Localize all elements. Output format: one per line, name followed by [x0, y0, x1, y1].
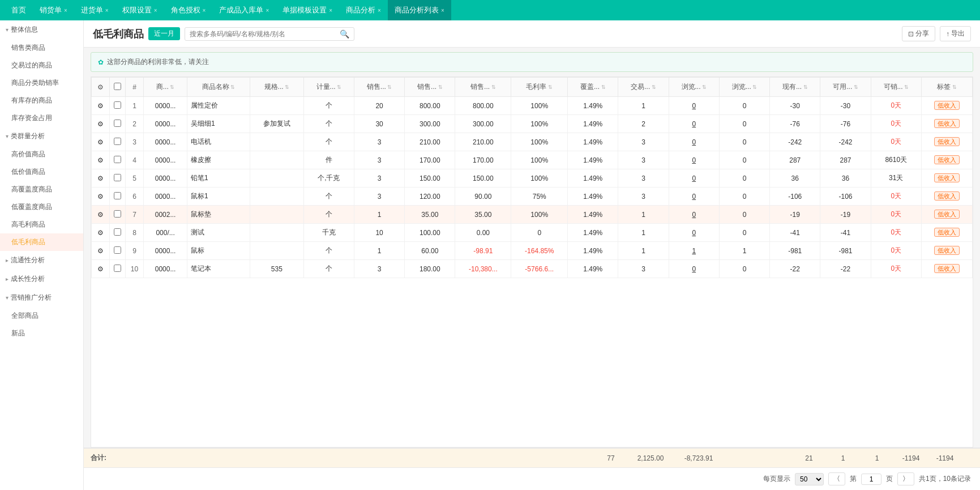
row-checkbox[interactable]	[114, 120, 121, 127]
sidebar-item-high-margin[interactable]: 高毛利商品	[0, 216, 83, 233]
time-filter-button[interactable]: 近一月	[148, 27, 180, 40]
share-button[interactable]: ⊡ 分享	[902, 26, 935, 41]
row-checkbox[interactable]	[114, 174, 121, 181]
nav-template-settings[interactable]: 单据模板设置 ×	[276, 0, 339, 20]
col-trade-count[interactable]: 交易...	[618, 78, 669, 97]
nav-close-icon[interactable]: ×	[378, 7, 381, 14]
col-unit[interactable]: 计量...	[303, 78, 354, 97]
sidebar-group-overall[interactable]: ▾ 整体信息	[0, 20, 83, 39]
sidebar-item-all-products[interactable]: 全部商品	[0, 307, 83, 325]
browse-count1-cell[interactable]: 0	[669, 224, 719, 242]
sidebar-item-stock-products[interactable]: 有库存的商品	[0, 92, 83, 109]
row-checkbox[interactable]	[114, 265, 121, 272]
settings-cell[interactable]: ⚙	[92, 133, 110, 151]
prev-page-button[interactable]: 〈	[828, 472, 845, 485]
sidebar-item-low-margin[interactable]: 低毛利商品	[0, 233, 83, 251]
nav-home[interactable]: 首页	[5, 0, 33, 20]
browse-count1-cell[interactable]: 0	[669, 206, 719, 224]
col-salable[interactable]: 可销...	[871, 78, 921, 97]
search-icon[interactable]: 🔍	[340, 29, 349, 39]
checkbox-cell[interactable]	[110, 188, 126, 206]
checkbox-cell[interactable]	[110, 242, 126, 260]
sidebar-item-stock-capital[interactable]: 库存资金占用	[0, 109, 83, 127]
checkbox-cell[interactable]	[110, 151, 126, 169]
sidebar-item-traded-products[interactable]: 交易过的商品	[0, 57, 83, 74]
browse-count1-cell[interactable]: 1	[669, 242, 719, 260]
sidebar-item-high-coverage[interactable]: 高覆盖度商品	[0, 181, 83, 198]
sidebar-item-high-value[interactable]: 高价值商品	[0, 146, 83, 163]
sidebar-item-category-rate[interactable]: 商品分类助销率	[0, 74, 83, 92]
col-sale-amount[interactable]: 销售...	[405, 78, 455, 97]
nav-close-icon[interactable]: ×	[154, 7, 157, 14]
browse-count1-cell[interactable]: 0	[669, 133, 719, 151]
nav-product-warehouse[interactable]: 产成品入库单 ×	[212, 0, 276, 20]
settings-cell[interactable]: ⚙	[92, 206, 110, 224]
row-checkbox[interactable]	[114, 246, 121, 254]
col-spec[interactable]: 规格...	[250, 78, 304, 97]
settings-cell[interactable]: ⚙	[92, 224, 110, 242]
nav-close-icon[interactable]: ×	[64, 7, 67, 14]
col-browse-count2[interactable]: 浏览...	[719, 78, 769, 97]
browse-count1-cell[interactable]: 0	[669, 151, 719, 169]
nav-product-analysis-list[interactable]: 商品分析列表 ×	[388, 0, 451, 20]
nav-permissions[interactable]: 权限设置 ×	[115, 0, 164, 20]
col-sale-profit[interactable]: 销售...	[455, 78, 511, 97]
select-all-checkbox[interactable]	[114, 83, 121, 90]
browse-count1-cell[interactable]: 0	[669, 260, 719, 278]
page-size-select[interactable]: 50 100	[795, 473, 824, 485]
col-code[interactable]: 商...	[144, 78, 187, 97]
checkbox-cell[interactable]	[110, 97, 126, 115]
settings-cell[interactable]: ⚙	[92, 260, 110, 278]
settings-cell[interactable]: ⚙	[92, 115, 110, 133]
nav-close-icon[interactable]: ×	[329, 7, 332, 14]
checkbox-cell[interactable]	[110, 133, 126, 151]
settings-cell[interactable]: ⚙	[92, 97, 110, 115]
browse-count1-cell[interactable]: 0	[669, 169, 719, 188]
nav-close-icon[interactable]: ×	[105, 7, 109, 14]
sidebar-item-low-coverage[interactable]: 低覆盖度商品	[0, 198, 83, 216]
nav-role-auth[interactable]: 角色授权 ×	[164, 0, 213, 20]
settings-cell[interactable]: ⚙	[92, 169, 110, 188]
col-gross-rate[interactable]: 毛利率	[511, 78, 568, 97]
col-tag[interactable]: 标签	[921, 78, 972, 97]
nav-close-icon[interactable]: ×	[203, 7, 206, 14]
sidebar-group-circulation[interactable]: ▸ 流通性分析	[0, 251, 83, 270]
sidebar-group-marketing[interactable]: ▾ 营销推广分析	[0, 288, 83, 307]
col-available[interactable]: 可用...	[820, 78, 871, 97]
sidebar-item-low-value[interactable]: 低价值商品	[0, 163, 83, 181]
nav-product-analysis[interactable]: 商品分析 ×	[339, 0, 388, 20]
next-page-button[interactable]: 〉	[897, 472, 914, 485]
checkbox-cell[interactable]	[110, 224, 126, 242]
sidebar-item-new-products[interactable]: 新品	[0, 325, 83, 342]
row-checkbox[interactable]	[114, 101, 121, 109]
col-settings[interactable]: ⚙	[92, 78, 110, 97]
browse-count1-cell[interactable]: 0	[669, 97, 719, 115]
search-input[interactable]	[190, 30, 340, 38]
sidebar-group-cluster[interactable]: ▾ 类群量分析	[0, 127, 83, 146]
checkbox-cell[interactable]	[110, 115, 126, 133]
nav-close-icon[interactable]: ×	[266, 7, 269, 14]
col-select-all[interactable]	[110, 78, 126, 97]
checkbox-cell[interactable]	[110, 206, 126, 224]
checkbox-cell[interactable]	[110, 260, 126, 278]
row-checkbox[interactable]	[114, 138, 121, 145]
settings-cell[interactable]: ⚙	[92, 242, 110, 260]
row-checkbox[interactable]	[114, 228, 121, 236]
col-current[interactable]: 现有...	[770, 78, 820, 97]
nav-sales-order[interactable]: 销货单 ×	[33, 0, 74, 20]
col-cover-rate[interactable]: 覆盖...	[568, 78, 618, 97]
nav-purchase-order[interactable]: 进货单 ×	[74, 0, 115, 20]
nav-close-icon[interactable]: ×	[441, 7, 444, 14]
settings-cell[interactable]: ⚙	[92, 151, 110, 169]
checkbox-cell[interactable]	[110, 169, 126, 188]
sidebar-group-growth[interactable]: ▸ 成长性分析	[0, 270, 83, 288]
col-sale-qty[interactable]: 销售...	[354, 78, 404, 97]
col-name[interactable]: 商品名称	[187, 78, 250, 97]
export-button[interactable]: ↑ 导出	[940, 26, 971, 41]
browse-count1-cell[interactable]: 0	[669, 115, 719, 133]
col-browse-count1[interactable]: 浏览...	[669, 78, 719, 97]
sidebar-item-sales-products[interactable]: 销售类商品	[0, 39, 83, 57]
page-number-input[interactable]	[861, 474, 881, 485]
browse-count1-cell[interactable]: 0	[669, 188, 719, 206]
row-checkbox[interactable]	[114, 210, 121, 218]
